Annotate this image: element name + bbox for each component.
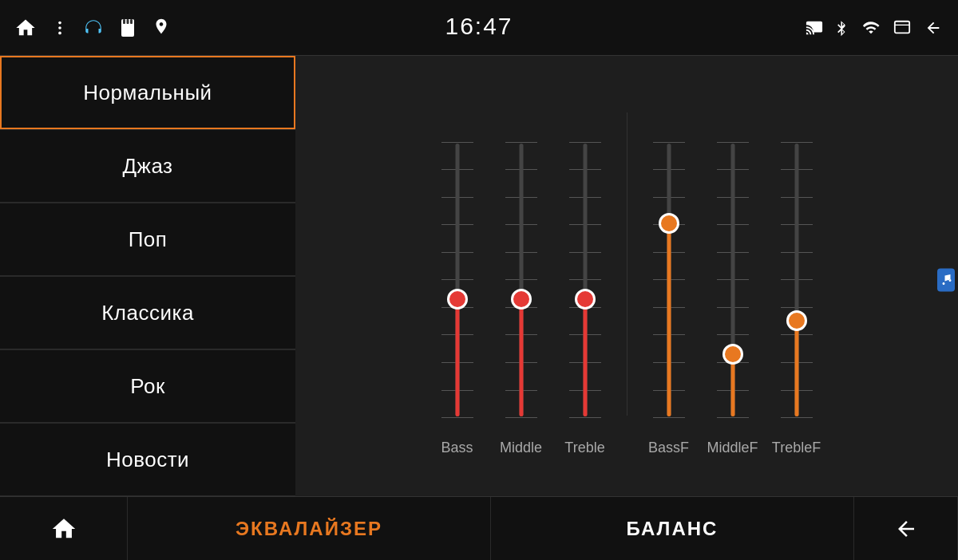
bassf-track[interactable] bbox=[648, 128, 690, 432]
home-icon[interactable] bbox=[14, 17, 37, 39]
treble-slider-col: Treble bbox=[564, 128, 606, 456]
location-icon[interactable] bbox=[152, 18, 171, 38]
treble-track[interactable] bbox=[564, 128, 606, 432]
treble-label: Treble bbox=[564, 440, 604, 456]
status-bar: 16:47 bbox=[0, 0, 958, 56]
preset-jazz[interactable]: Джаз bbox=[0, 129, 295, 203]
preset-panel: Нормальный Джаз Поп Классика Рок Новости bbox=[0, 56, 295, 496]
status-bar-left bbox=[14, 17, 171, 39]
headphones-icon[interactable] bbox=[83, 18, 104, 38]
note-indicator[interactable] bbox=[937, 269, 955, 292]
svg-rect-5 bbox=[127, 19, 129, 24]
middle-fill bbox=[519, 295, 523, 416]
slider-group-1: Bass Middle bbox=[437, 128, 606, 456]
bassf-thumb[interactable] bbox=[659, 213, 679, 234]
preset-normal[interactable]: Нормальный bbox=[0, 56, 295, 129]
svg-point-0 bbox=[58, 21, 61, 24]
sdcard-icon[interactable] bbox=[118, 18, 137, 38]
middle-thumb[interactable] bbox=[511, 289, 532, 310]
treblef-fill bbox=[794, 319, 798, 416]
cast-icon[interactable] bbox=[805, 19, 824, 37]
slider-group-divider bbox=[627, 112, 627, 416]
middlef-thumb[interactable] bbox=[722, 344, 743, 365]
middlef-track[interactable] bbox=[712, 128, 754, 432]
treblef-label: TrebleF bbox=[772, 440, 821, 456]
bass-slider-col: Bass bbox=[437, 128, 478, 456]
bluetooth-icon[interactable] bbox=[835, 19, 849, 37]
clock-display: 16:47 bbox=[445, 13, 513, 40]
bottom-home-button[interactable] bbox=[0, 497, 128, 560]
bass-thumb[interactable] bbox=[447, 289, 468, 310]
bassf-slider-col: BassF bbox=[648, 128, 690, 456]
bass-track[interactable] bbox=[437, 128, 478, 432]
svg-point-2 bbox=[58, 31, 61, 34]
wifi-icon[interactable] bbox=[861, 19, 881, 37]
middle-track[interactable] bbox=[501, 128, 542, 432]
back-nav-icon[interactable] bbox=[923, 19, 944, 37]
treblef-slider-col: TrebleF bbox=[776, 128, 817, 456]
middlef-label: MiddleF bbox=[707, 440, 758, 456]
middlef-slider-col: MiddleF bbox=[712, 128, 754, 456]
svg-point-1 bbox=[58, 26, 61, 30]
window-icon[interactable] bbox=[893, 19, 912, 37]
middle-label: Middle bbox=[500, 440, 542, 456]
bottom-back-button[interactable] bbox=[854, 497, 958, 560]
middle-slider-col: Middle bbox=[501, 128, 542, 456]
treblef-thumb[interactable] bbox=[786, 310, 807, 331]
menu-dots-icon[interactable] bbox=[51, 19, 69, 37]
bottom-balance-button[interactable]: БАЛАНС bbox=[491, 497, 854, 560]
treble-thumb[interactable] bbox=[575, 289, 596, 310]
status-bar-right bbox=[805, 19, 944, 37]
sliders-area: Bass Middle bbox=[303, 72, 950, 488]
treblef-track[interactable] bbox=[776, 128, 817, 432]
eq-panel: Bass Middle bbox=[295, 56, 958, 496]
bassf-label: BassF bbox=[648, 440, 689, 456]
bass-fill bbox=[455, 295, 459, 416]
svg-rect-7 bbox=[895, 21, 909, 33]
preset-classic[interactable]: Классика bbox=[0, 276, 295, 349]
preset-news[interactable]: Новости bbox=[0, 423, 295, 496]
preset-rock[interactable]: Рок bbox=[0, 349, 295, 423]
slider-group-2: BassF bbox=[648, 128, 817, 456]
preset-pop[interactable]: Поп bbox=[0, 203, 295, 276]
bottom-bar: ЭКВАЛАЙЗЕР БАЛАНС bbox=[0, 496, 958, 560]
svg-rect-4 bbox=[123, 19, 125, 24]
treble-fill bbox=[583, 295, 587, 416]
bass-label: Bass bbox=[441, 440, 473, 456]
bottom-eq-button[interactable]: ЭКВАЛАЙЗЕР bbox=[128, 497, 491, 560]
bassf-fill bbox=[667, 219, 671, 416]
main-content: Нормальный Джаз Поп Классика Рок Новости bbox=[0, 56, 958, 496]
svg-rect-6 bbox=[130, 19, 133, 24]
